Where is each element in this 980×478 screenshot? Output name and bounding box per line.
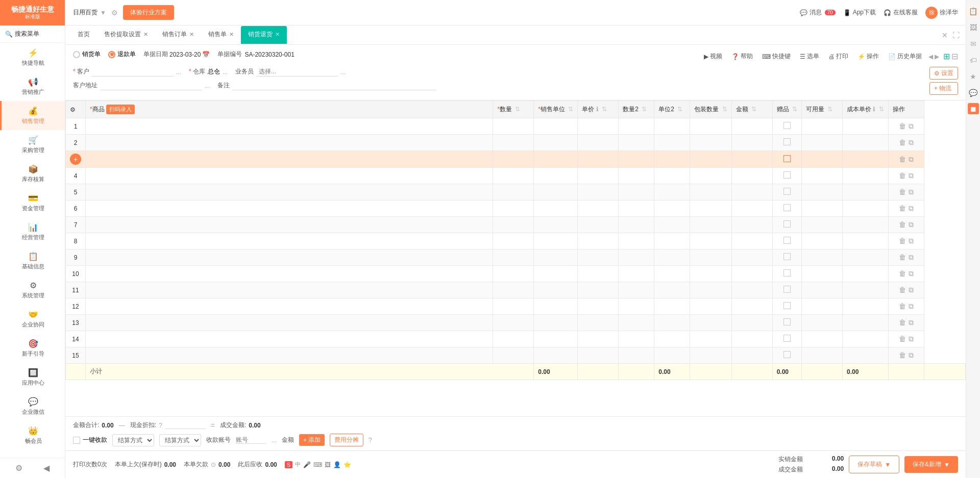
- panel-star-icon[interactable]: ★: [968, 70, 978, 83]
- cell-qty2[interactable]: [619, 151, 654, 168]
- delete-icon[interactable]: 🗑: [899, 351, 906, 360]
- gift-checkbox[interactable]: [783, 335, 791, 342]
- cell-amount[interactable]: [731, 200, 772, 217]
- cell-available[interactable]: [802, 331, 843, 347]
- delete-icon[interactable]: 🗑: [899, 335, 906, 343]
- toolbar-shortcut-btn[interactable]: ⌨ 快捷键: [760, 51, 793, 62]
- cell-amount[interactable]: [731, 118, 772, 135]
- cell-qty[interactable]: [493, 249, 534, 266]
- cell-qty2[interactable]: [619, 135, 654, 151]
- cell-price[interactable]: [578, 298, 619, 315]
- list-view-icon[interactable]: ⊞: [943, 52, 950, 61]
- cell-cost-price[interactable]: [843, 266, 889, 282]
- cell-gift[interactable]: [772, 249, 801, 266]
- cell-amount[interactable]: [731, 168, 772, 184]
- sidebar-item-member[interactable]: 👑 畅会员: [0, 421, 65, 450]
- cell-unit[interactable]: [534, 266, 578, 282]
- toolbar-select-btn[interactable]: ☰ 选单: [797, 51, 822, 62]
- cell-cost-price[interactable]: [843, 135, 889, 151]
- cell-qty2[interactable]: [619, 200, 654, 217]
- settlement-select[interactable]: 结算方式 现金 银行转账 支票: [112, 434, 154, 446]
- sidebar-item-system[interactable]: ⚙ 系统管理: [0, 275, 65, 305]
- cell-unit2[interactable]: [654, 217, 690, 233]
- panel-mail-icon[interactable]: ✉: [968, 38, 978, 50]
- cell-qty2[interactable]: [619, 282, 654, 298]
- cell-unit[interactable]: [534, 184, 578, 200]
- cell-price[interactable]: [578, 184, 619, 200]
- cell-cost-price[interactable]: [843, 282, 889, 298]
- cell-amount[interactable]: [731, 266, 772, 282]
- cell-cost-price[interactable]: [843, 331, 889, 347]
- cell-unit[interactable]: [534, 217, 578, 233]
- delete-icon[interactable]: 🗑: [899, 237, 906, 245]
- cell-product[interactable]: [86, 200, 493, 217]
- cell-cost-price[interactable]: [843, 347, 889, 364]
- cell-gift[interactable]: [772, 331, 801, 347]
- copy-icon[interactable]: ⧉: [909, 237, 914, 245]
- sidebar-item-finance[interactable]: 💳 资金管理: [0, 188, 65, 217]
- cell-available[interactable]: [802, 184, 843, 200]
- one-click-receive-label[interactable]: 一键收款: [73, 436, 107, 444]
- panel-tag-icon[interactable]: 🏷: [968, 54, 979, 66]
- cell-unit[interactable]: [534, 331, 578, 347]
- cell-available[interactable]: [802, 217, 843, 233]
- cell-unit2[interactable]: [654, 298, 690, 315]
- gift-checkbox[interactable]: [783, 138, 791, 145]
- sidebar-item-marketing[interactable]: 📢 营销推广: [0, 72, 65, 101]
- cell-amount[interactable]: [731, 233, 772, 249]
- cell-amount[interactable]: [731, 347, 772, 364]
- cell-pack-qty[interactable]: [690, 315, 731, 331]
- sidebar-item-shortcuts[interactable]: ⚡ 快捷导航: [0, 43, 65, 72]
- bank-dots[interactable]: ...: [272, 437, 277, 444]
- cell-qty2[interactable]: [619, 298, 654, 315]
- cell-product[interactable]: [86, 135, 493, 151]
- gift-checkbox[interactable]: [783, 188, 791, 195]
- question-icon[interactable]: ?: [159, 422, 162, 429]
- tab-sales-return[interactable]: 销货退货 ✕: [241, 26, 287, 44]
- cell-amount[interactable]: [731, 331, 772, 347]
- cell-price[interactable]: [578, 168, 619, 184]
- cell-cost-price[interactable]: [843, 233, 889, 249]
- cell-pack-qty[interactable]: [690, 266, 731, 282]
- tab-sales[interactable]: 销售单 ✕: [201, 26, 241, 44]
- expense-question-icon[interactable]: ?: [369, 437, 372, 444]
- copy-icon[interactable]: ⧉: [909, 204, 914, 213]
- salesperson-input[interactable]: [256, 67, 338, 77]
- cell-pack-qty[interactable]: [690, 249, 731, 266]
- app-download-item[interactable]: 📱 App下载: [843, 8, 876, 17]
- close-tab-btn[interactable]: ✕: [941, 30, 949, 40]
- cell-unit2[interactable]: [654, 347, 690, 364]
- cell-unit[interactable]: [534, 249, 578, 266]
- cell-pack-qty[interactable]: [690, 233, 731, 249]
- gift-checkbox[interactable]: [783, 171, 791, 179]
- cell-qty[interactable]: [493, 298, 534, 315]
- copy-icon[interactable]: ⧉: [909, 155, 914, 164]
- cell-amount[interactable]: [731, 151, 772, 168]
- cell-gift[interactable]: [772, 200, 801, 217]
- cell-product-active[interactable]: [86, 151, 493, 168]
- tab-sales-order[interactable]: 销售订单 ✕: [155, 26, 201, 44]
- cell-gift[interactable]: [772, 135, 801, 151]
- cell-unit2[interactable]: [654, 168, 690, 184]
- dropdown-icon[interactable]: ▼: [100, 9, 106, 16]
- cell-product[interactable]: [86, 184, 493, 200]
- cell-cost-price[interactable]: [843, 168, 889, 184]
- cell-qty[interactable]: [493, 217, 534, 233]
- cell-price[interactable]: [578, 347, 619, 364]
- cell-price[interactable]: [578, 266, 619, 282]
- cell-cost-price[interactable]: [843, 298, 889, 315]
- chevron-down-icon[interactable]: ▼: [885, 461, 891, 468]
- grid-view-icon[interactable]: ⊟: [951, 52, 958, 61]
- settings-button[interactable]: ⚙ 设置: [929, 67, 958, 80]
- cell-unit[interactable]: [534, 135, 578, 151]
- copy-icon[interactable]: ⧉: [909, 253, 914, 262]
- cell-amount[interactable]: [731, 217, 772, 233]
- cell-product[interactable]: [86, 347, 493, 364]
- copy-icon[interactable]: ⧉: [909, 335, 914, 343]
- cell-gift[interactable]: [772, 217, 801, 233]
- cell-price[interactable]: [578, 233, 619, 249]
- tab-close-icon[interactable]: ✕: [275, 31, 280, 38]
- gift-checkbox[interactable]: [783, 237, 791, 244]
- cell-cost-price[interactable]: [843, 249, 889, 266]
- cell-price[interactable]: [578, 151, 619, 168]
